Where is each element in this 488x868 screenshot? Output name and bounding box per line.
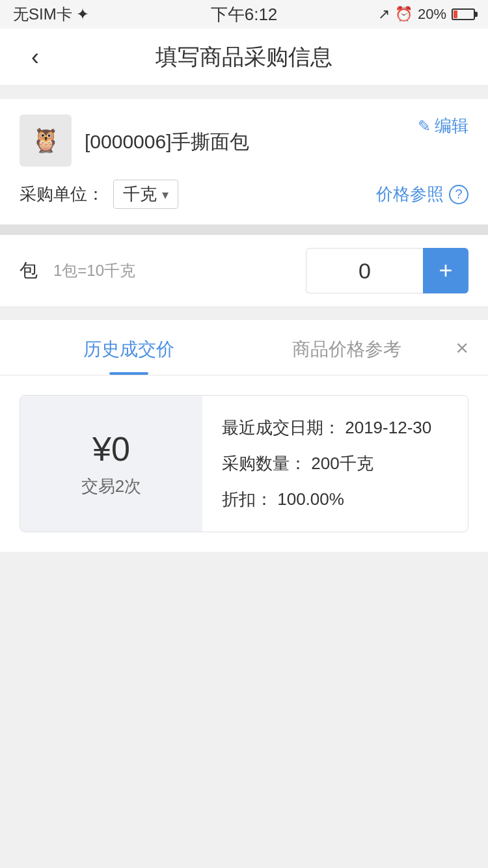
unit-label: 采购单位：: [20, 184, 104, 204]
price-ref-help-icon: ?: [449, 185, 468, 204]
unit-left: 采购单位： 千克 ▾: [20, 180, 178, 209]
tabs-header: 历史成交价 商品价格参考 ×: [0, 320, 488, 375]
product-card: 🦉 [0000006]手撕面包 ✎ 编辑 采购单位： 千克 ▾ 价格参照 ?: [0, 99, 488, 224]
edit-button[interactable]: ✎ 编辑: [418, 115, 468, 137]
alarm-icon: ⏰: [395, 6, 413, 23]
nav-bar: ‹ 填写商品采购信息: [0, 29, 488, 86]
status-time: 下午6:12: [211, 3, 278, 26]
price-ref-label: 价格参照: [376, 183, 444, 206]
product-thumbnail: 🦉: [20, 115, 72, 167]
unit-dropdown-arrow-icon: ▾: [162, 187, 169, 202]
quantity-plus-button[interactable]: +: [423, 248, 468, 293]
discount-label: 折扣：: [222, 489, 273, 509]
tab-history-price[interactable]: 历史成交价: [20, 320, 237, 375]
unit-value: 千克: [123, 183, 157, 206]
discount-row: 折扣： 100.00%: [222, 487, 448, 512]
purchase-qty-row: 采购数量： 200千克: [222, 451, 448, 476]
price-ref-button[interactable]: 价格参照 ?: [376, 183, 468, 206]
product-name: [0000006]手撕面包: [85, 126, 249, 156]
tabs-section: 历史成交价 商品价格参考 × ¥0 交易2次 最近成交日期： 2019-12-3…: [0, 320, 488, 552]
recent-date-row: 最近成交日期： 2019-12-30: [222, 415, 448, 441]
nav-icon: ↗: [378, 6, 390, 23]
tab-price-reference[interactable]: 商品价格参考: [237, 320, 455, 375]
discount-value: 100.00%: [277, 489, 344, 509]
edit-icon: ✎: [418, 117, 431, 135]
tab-content-history: ¥0 交易2次 最近成交日期： 2019-12-30 采购数量： 200千克 折…: [0, 375, 488, 552]
section-divider: [0, 224, 488, 235]
status-left: 无SIM卡 ✦: [13, 4, 89, 25]
page-title: 填写商品采购信息: [156, 42, 332, 72]
back-button[interactable]: ‹: [16, 38, 55, 77]
card-details: 最近成交日期： 2019-12-30 采购数量： 200千克 折扣： 100.0…: [202, 396, 468, 532]
battery-percent: 20%: [418, 6, 446, 23]
carrier-text: 无SIM卡 ✦: [13, 4, 89, 25]
trade-count: 交易2次: [81, 475, 141, 498]
transaction-price: ¥0: [92, 429, 130, 468]
quantity-input[interactable]: [306, 248, 423, 293]
edit-label: 编辑: [435, 115, 468, 137]
recent-date-label: 最近成交日期：: [222, 418, 340, 437]
product-header: 🦉 [0000006]手撕面包 ✎ 编辑: [20, 115, 468, 167]
product-info-left: 🦉 [0000006]手撕面包: [20, 115, 249, 167]
quantity-unit-badge: 包: [20, 258, 38, 283]
recent-date-value: 2019-12-30: [345, 418, 431, 437]
transaction-card: ¥0 交易2次 最近成交日期： 2019-12-30 采购数量： 200千克 折…: [20, 395, 468, 532]
battery-icon: [452, 8, 475, 20]
purchase-qty-value: 200千克: [311, 454, 373, 473]
bottom-area: [0, 552, 488, 868]
unit-select[interactable]: 千克 ▾: [113, 180, 178, 209]
purchase-qty-label: 采购数量：: [222, 454, 306, 473]
product-logo-icon: 🦉: [31, 127, 61, 154]
status-bar: 无SIM卡 ✦ 下午6:12 ↗ ⏰ 20%: [0, 0, 488, 29]
quantity-unit-equiv: 1包=10千克: [53, 260, 135, 281]
quantity-input-wrapper: +: [306, 248, 468, 293]
status-right: ↗ ⏰ 20%: [378, 6, 475, 23]
tab-close-button[interactable]: ×: [455, 322, 468, 373]
product-unit-row: 采购单位： 千克 ▾ 价格参照 ?: [20, 180, 468, 209]
quantity-row: 包 1包=10千克 +: [0, 235, 488, 307]
card-price-summary: ¥0 交易2次: [20, 396, 202, 532]
